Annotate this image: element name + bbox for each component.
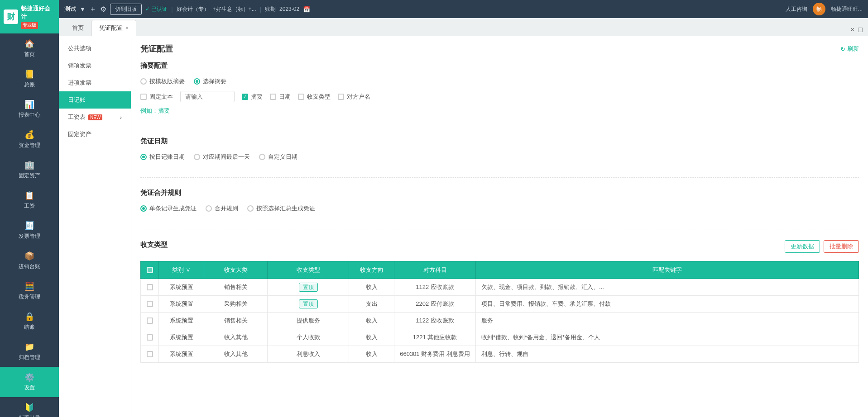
merge-section: 凭证合并规则 单条记录生成凭证 合并规则 按照选择汇总生成凭证 xyxy=(140,189,859,229)
summary-radio-group: 按模板版摘要 选择摘要 xyxy=(140,77,859,85)
period-value: 2023-02 xyxy=(279,6,299,12)
row-check-1[interactable] xyxy=(141,296,159,313)
user-name[interactable]: 畅捷通旺旺... xyxy=(831,5,863,13)
sidebar-item-guide[interactable]: 🔰 新手引导 xyxy=(0,397,59,417)
logo-text: 畅捷通好会计 专业版 xyxy=(21,5,55,29)
journal-date-circle xyxy=(140,154,147,160)
radio-summary[interactable]: 按照选择汇总生成凭证 xyxy=(247,204,315,213)
good-biz-label: +好生意（标）+... xyxy=(213,5,256,13)
single-circle xyxy=(140,205,147,212)
tab-close-icon[interactable]: × xyxy=(125,25,129,31)
row-direction-0: 收入 xyxy=(349,279,394,296)
inner-nav-sales[interactable]: 销项发票 xyxy=(59,57,131,74)
maximize-btn[interactable]: □ xyxy=(858,26,863,34)
company-dropdown-icon[interactable]: ▼ xyxy=(80,6,86,13)
checkbox-counterparty[interactable]: 对方户名 xyxy=(338,93,370,101)
table-row: 系统预置 收入其他 个人收款 收入 1221 其他应收款 收到*借款、收到*备用… xyxy=(141,329,859,346)
tabbar: 首页 凭证配置 × × □ xyxy=(59,18,868,36)
update-data-btn[interactable]: 更新数据 xyxy=(785,240,820,253)
counterparty-checkbox xyxy=(338,94,344,100)
row-check-2[interactable] xyxy=(141,313,159,329)
sidebar-item-home[interactable]: 🏠 首页 xyxy=(0,33,59,64)
th-select-all[interactable] xyxy=(141,261,159,279)
checkbox-fixed-text[interactable]: 固定文本 xyxy=(140,93,173,101)
archive-icon: 📁 xyxy=(24,342,34,352)
th-keyword: 匹配关键字 xyxy=(476,261,859,279)
row-check-0[interactable] xyxy=(141,279,159,296)
checkbox-income-type[interactable]: 收支类型 xyxy=(298,93,331,101)
date-section: 凭证日期 按日记账日期 对应期间最后一天 自定义日期 xyxy=(140,137,859,178)
page-title: 凭证配置 xyxy=(140,43,173,54)
sidebar-item-archive[interactable]: 📁 归档管理 xyxy=(0,336,59,367)
sidebar-item-purchase[interactable]: 📦 进销台账 xyxy=(0,246,59,276)
page-header: 凭证配置 ↻ 刷新 xyxy=(140,43,859,54)
sidebar-item-settings[interactable]: ⚙️ 设置 xyxy=(0,367,59,397)
sidebar-item-close[interactable]: 🔒 结账 xyxy=(0,306,59,336)
fixed-text-input[interactable] xyxy=(180,91,235,102)
radio-template[interactable]: 按模板版摘要 xyxy=(140,77,185,85)
inner-nav-fixed-asset[interactable]: 固定资产 xyxy=(59,126,131,143)
switch-to-old-btn[interactable]: 切到旧版 xyxy=(110,4,142,15)
summary-section: 摘要配置 按模板版摘要 选择摘要 固定文本 xyxy=(140,62,859,126)
service-label[interactable]: 人工咨询 xyxy=(786,5,807,13)
invoice-icon: 🧾 xyxy=(24,221,34,231)
tab-voucher-config[interactable]: 凭证配置 × xyxy=(91,20,136,36)
type-tag-0[interactable]: 置顶 xyxy=(299,283,318,292)
new-badge: NEW xyxy=(88,114,102,120)
date-section-title: 凭证日期 xyxy=(140,137,859,146)
batch-delete-btn[interactable]: 批量删除 xyxy=(824,240,859,253)
inner-nav-journal[interactable]: 日记账 xyxy=(59,91,131,109)
sidebar-item-asset[interactable]: 🏢 固定资产 xyxy=(0,155,59,185)
app-logo: 财 畅捷通好会计 专业版 xyxy=(0,0,59,33)
sidebar-item-fund[interactable]: 💰 资金管理 xyxy=(0,124,59,155)
radio-select-circle xyxy=(194,78,200,85)
inner-nav-purchase-invoice[interactable]: 进项发票 xyxy=(59,74,131,91)
radio-select[interactable]: 选择摘要 xyxy=(194,77,226,85)
logo-icon: 财 xyxy=(4,9,18,24)
row-direction-2: 收入 xyxy=(349,313,394,329)
row-check-3[interactable] xyxy=(141,329,159,346)
tab-home[interactable]: 首页 xyxy=(64,20,91,36)
row-category-3: 系统预置 xyxy=(159,329,204,346)
radio-single[interactable]: 单条记录生成凭证 xyxy=(140,204,197,213)
sidebar-item-salary[interactable]: 📋 工资 xyxy=(0,185,59,215)
period-last-circle xyxy=(194,154,200,160)
row-account-2: 1122 应收账款 xyxy=(394,313,476,329)
sidebar-item-report[interactable]: 📊 报表中心 xyxy=(0,94,59,124)
checkbox-abstract[interactable]: ✓ 摘要 xyxy=(242,93,263,101)
row-account-4: 660301 财务费用 利息费用 xyxy=(394,346,476,363)
user-avatar[interactable]: 畅 xyxy=(813,3,825,15)
type-tag-1[interactable]: 置顶 xyxy=(299,299,318,308)
row-direction-1: 支出 xyxy=(349,296,394,313)
row-bigtype-3: 收入其他 xyxy=(204,329,268,346)
radio-custom-date[interactable]: 自定义日期 xyxy=(259,153,297,161)
guide-icon: 🔰 xyxy=(24,403,34,412)
inner-nav-payroll[interactable]: 工资表 NEW › xyxy=(59,109,131,126)
sidebar-item-tax[interactable]: 🧮 税务管理 xyxy=(0,276,59,306)
sidebar-item-ledger[interactable]: 📒 总账 xyxy=(0,64,59,94)
topbar-add-icon[interactable]: ＋ xyxy=(89,5,96,14)
fund-icon: 💰 xyxy=(24,130,34,140)
checkbox-date[interactable]: 日期 xyxy=(270,93,291,101)
sidebar-item-invoice[interactable]: 🧾 发票管理 xyxy=(0,215,59,246)
salary-icon: 📋 xyxy=(24,190,34,200)
table-actions: 更新数据 批量删除 xyxy=(785,240,859,253)
topbar-settings-icon[interactable]: ⚙ xyxy=(100,5,106,14)
radio-period-last[interactable]: 对应期间最后一天 xyxy=(194,153,250,161)
summary-checkbox-row: 固定文本 ✓ 摘要 日期 收支类型 xyxy=(140,91,859,102)
row-account-3: 1221 其他应收款 xyxy=(394,329,476,346)
close-tab-btn[interactable]: × xyxy=(850,26,854,34)
radio-journal-date[interactable]: 按日记账日期 xyxy=(140,153,185,161)
row-check-4[interactable] xyxy=(141,346,159,363)
ledger-icon: 📒 xyxy=(24,69,34,79)
row-bigtype-4: 收入其他 xyxy=(204,346,268,363)
example-text: 例如：摘要 xyxy=(140,107,859,115)
refresh-button[interactable]: ↻ 刷新 xyxy=(840,45,859,53)
inner-nav-public[interactable]: 公共选项 xyxy=(59,40,131,57)
settings-icon: ⚙️ xyxy=(24,372,34,382)
radio-merge-rule[interactable]: 合并规则 xyxy=(206,204,238,213)
th-type: 收支类型 xyxy=(268,261,349,279)
radio-template-circle xyxy=(140,78,147,85)
calendar-icon[interactable]: 📅 xyxy=(303,6,310,13)
refresh-icon: ↻ xyxy=(840,46,845,52)
